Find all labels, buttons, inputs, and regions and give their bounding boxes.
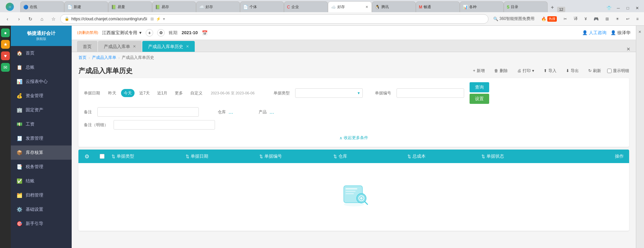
tab-close-8[interactable]: ✕ — [365, 4, 369, 9]
breadcrumb-inbound[interactable]: 产成品入库单 — [92, 55, 116, 61]
print-button[interactable]: 🖨 打印 ▾ — [514, 66, 538, 75]
sidebar-item-assets[interactable]: 🏢 固定资产 — [11, 103, 72, 117]
theme-tool[interactable]: ☀ — [613, 14, 622, 24]
company-selector[interactable]: 江西服宝测试专用 ▾ — [102, 30, 142, 36]
tab-item-8[interactable]: ☁️ 好存 ✕ — [328, 1, 372, 12]
detail-notes-input[interactable] — [114, 120, 215, 130]
more-tool[interactable]: ≡ — [634, 14, 641, 24]
page-close-all-button[interactable]: ✕ — [626, 46, 630, 52]
sidebar-item-inventory[interactable]: 📦 库存核算 — [11, 145, 72, 160]
period-calendar-icon[interactable]: 📅 — [202, 30, 208, 36]
tab-item-5[interactable]: ☁️ 好存 — [196, 1, 240, 12]
sidebar-item-payroll[interactable]: 💵 工资 — [11, 117, 72, 131]
grid-tool[interactable]: ⊞ — [603, 14, 612, 24]
th-doc-num[interactable]: ⇅ 单据编号 — [257, 153, 331, 159]
tab-item-6[interactable]: 📄 个体 — [240, 1, 284, 12]
sidebar-item-archive[interactable]: 🗂️ 归档管理 — [11, 188, 72, 202]
home-button[interactable]: ⌂ — [37, 14, 47, 24]
quick-app-1[interactable]: ● — [1, 28, 10, 37]
new-tab-button[interactable]: + — [548, 3, 557, 12]
refresh-button[interactable]: ↻ — [26, 14, 35, 24]
date-more[interactable]: 更多 — [172, 89, 186, 97]
import-button[interactable]: ⬆ 导入 — [540, 66, 560, 75]
sidebar-item-invoices[interactable]: 🧾 发票管理 — [11, 131, 72, 145]
sidebar-item-home[interactable]: 🏠 首页 — [11, 46, 72, 60]
add-button[interactable]: + 新增 — [470, 66, 488, 75]
warehouse-more-dots[interactable]: ... — [229, 109, 233, 115]
sidebar-item-reports[interactable]: 📊 云报表中心 — [11, 74, 72, 89]
tab-item-4[interactable]: 📗 易存 — [152, 1, 196, 12]
scissors-tool[interactable]: ✂ — [561, 14, 570, 24]
tab-item-1[interactable]: 🔵 在线 — [20, 1, 64, 12]
search-tool[interactable]: 🔍 360智能抠图免费用 — [491, 14, 537, 24]
user-name-display[interactable]: 👤 徐泽华 — [611, 30, 630, 36]
date-yesterday[interactable]: 昨天 — [105, 89, 119, 97]
currency-tool[interactable]: ¥ — [582, 14, 590, 24]
quick-app-3[interactable]: ♥ — [1, 51, 10, 60]
bookmark-button[interactable]: ☆ — [49, 14, 58, 24]
date-custom[interactable]: 自定义 — [188, 89, 205, 97]
quick-app-4[interactable]: ✉ — [1, 63, 10, 72]
breadcrumb-home[interactable]: 首页 — [78, 55, 87, 61]
show-detail-check[interactable]: 显示明细 — [607, 68, 629, 74]
th-doc-status[interactable]: ⇅ 单据状态 — [479, 153, 553, 159]
hot-search[interactable]: 🔥 热搜 — [539, 14, 559, 24]
query-button[interactable]: 查询 — [470, 82, 489, 92]
close-button[interactable]: ✕ — [633, 4, 641, 12]
minimize-button[interactable]: ─ — [614, 4, 622, 12]
game-tool[interactable]: 🎮 — [591, 14, 601, 24]
page-tab-inbound[interactable]: 产成品入库单 ✕ — [98, 41, 142, 52]
browser-logo[interactable]: ○ — [6, 3, 14, 11]
notes-input[interactable] — [97, 107, 199, 117]
settings-company-button[interactable]: ⚙ — [157, 29, 165, 37]
th-total-cost[interactable]: ⇅ 总成本 — [405, 153, 479, 159]
tab-item-3[interactable]: 📗 易量 — [108, 1, 152, 12]
right-panel-close[interactable]: ✕ — [637, 28, 644, 36]
forward-button[interactable]: › — [14, 14, 24, 24]
select-all-checkbox[interactable] — [100, 154, 104, 159]
th-doc-date[interactable]: ⇅ 单据日期 — [183, 153, 257, 159]
tab-item-12[interactable]: S 目录 — [504, 1, 548, 12]
th-doc-type[interactable]: ⇅ 单据类型 — [109, 153, 183, 159]
show-detail-checkbox[interactable] — [607, 69, 612, 73]
refresh-page-button[interactable]: ↻ 刷新 — [585, 66, 604, 75]
collapse-filters-button[interactable]: ∧ 收起更多条件 — [84, 133, 624, 143]
tab-item-7[interactable]: C 企业 — [284, 1, 328, 12]
add-company-button[interactable]: + — [146, 29, 153, 37]
doc-num-input[interactable] — [397, 88, 464, 98]
page-tab-close-inbound[interactable]: ✕ — [133, 44, 136, 49]
sidebar-item-closing[interactable]: ✅ 结账 — [11, 174, 72, 188]
product-more-dots[interactable]: ... — [269, 109, 274, 115]
settings-query-button[interactable]: 设置 — [470, 94, 489, 104]
doc-type-select[interactable]: ▾ — [295, 88, 363, 98]
tab-item-2[interactable]: 📄 新建 — [64, 1, 108, 12]
export-button[interactable]: ⬇ 导出 — [563, 66, 582, 75]
sidebar-item-funds[interactable]: 💰 资金管理 — [11, 89, 72, 103]
tab-item-10[interactable]: M 畅通 — [416, 1, 460, 12]
sidebar-item-tax[interactable]: 📑 税务管理 — [11, 160, 72, 174]
sidebar-item-settings[interactable]: ⚙️ 基础设置 — [11, 202, 72, 217]
tab-item-9[interactable]: 🐧 腾讯 — [372, 1, 416, 12]
table-settings-gear-icon[interactable]: ⚙ — [85, 153, 89, 160]
customize-button[interactable]: 👕 — [605, 4, 613, 12]
quick-app-2[interactable]: ★ — [1, 40, 10, 49]
undo-tool[interactable]: ↩ — [623, 14, 632, 24]
delete-button[interactable]: 🗑 删除 — [491, 66, 511, 75]
page-tab-close-history[interactable]: ✕ — [186, 44, 189, 49]
sidebar-item-ledger[interactable]: 📋 总账 — [11, 60, 72, 74]
translate-tool[interactable]: 译 — [571, 14, 580, 24]
th-checkbox[interactable] — [95, 154, 109, 159]
th-warehouse[interactable]: ⇅ 仓库 — [331, 153, 405, 159]
maximize-button[interactable]: □ — [624, 4, 632, 12]
date-1month[interactable]: 近1月 — [154, 89, 170, 97]
date-today[interactable]: 今天 — [121, 89, 135, 97]
sidebar-item-guide[interactable]: 🎯 新手引导 — [11, 217, 72, 231]
address-input[interactable]: 🔒 https://cloud.chanjet.com/accounting/u… — [60, 14, 488, 24]
tab-item-11[interactable]: 📊 各种 — [460, 1, 504, 12]
user-service-link[interactable]: 👤 人工咨询 — [582, 30, 606, 36]
date-7days[interactable]: 近7天 — [137, 89, 152, 97]
back-button[interactable]: ‹ — [3, 14, 12, 24]
page-tab-history[interactable]: 产成品入库单历史 ✕ — [142, 41, 195, 52]
th-settings[interactable]: ⚙ — [78, 153, 95, 160]
page-tab-home[interactable]: 首页 — [77, 41, 97, 52]
